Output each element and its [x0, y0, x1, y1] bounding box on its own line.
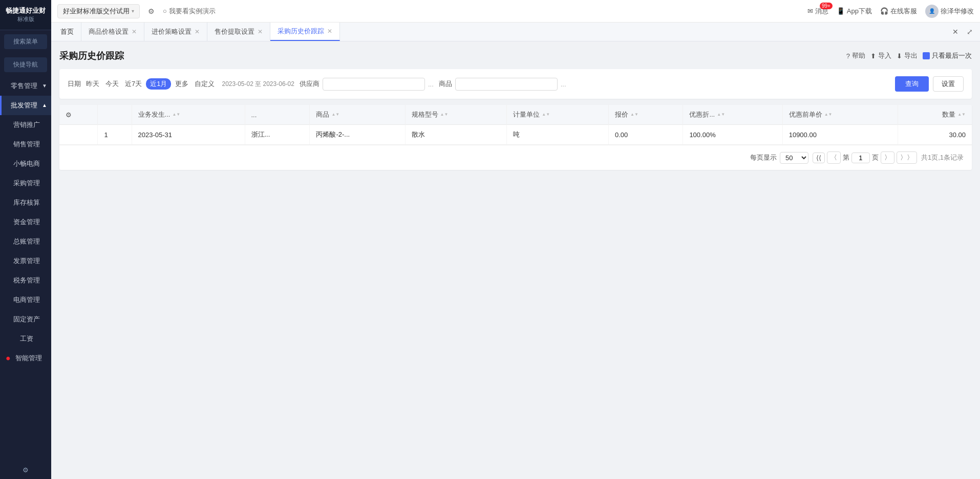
- table-body: 1 2023-05-31 浙江... 丙烯酸-2-... 散水 吨 0.00 1…: [59, 125, 972, 145]
- query-button[interactable]: 查询: [895, 76, 929, 92]
- app-download-button[interactable]: 📱 App下载: [837, 7, 872, 16]
- sort-quote-icon: ▲▼: [630, 113, 638, 117]
- app-download-label: App下载: [847, 7, 872, 16]
- sort-price-before-icon: ▲▼: [824, 113, 833, 117]
- export-button[interactable]: ⬇ 导出: [897, 51, 918, 60]
- col-gear[interactable]: ⚙: [59, 105, 98, 125]
- topbar-gear-button[interactable]: ⚙: [144, 5, 159, 17]
- edition-label: 好业财标准版交付试用: [63, 7, 130, 16]
- demo-button[interactable]: ○ 我要看实例演示: [163, 7, 216, 16]
- tab-sale-price[interactable]: 售价提取设置 ✕: [207, 23, 270, 41]
- only-latest-checkbox[interactable]: [923, 52, 930, 59]
- col-spec[interactable]: 规格型号 ▲▼: [405, 105, 507, 125]
- tab-home-label: 首页: [60, 27, 74, 36]
- date-option-more[interactable]: 更多: [173, 78, 190, 90]
- tab-price[interactable]: 商品价格设置 ✕: [81, 23, 144, 41]
- col-more[interactable]: ...: [245, 105, 310, 125]
- supplier-more-button[interactable]: ...: [428, 80, 434, 88]
- tab-purchase-strategy-label: 进价策略设置: [152, 27, 191, 36]
- date-option-last1m[interactable]: 近1月: [146, 78, 171, 90]
- import-button[interactable]: ⬆ 导入: [870, 51, 891, 60]
- quick-nav-button[interactable]: 快捷导航: [4, 57, 47, 72]
- product-input[interactable]: [455, 78, 558, 91]
- message-badge: 99+: [820, 3, 833, 9]
- col-product[interactable]: 商品 ▲▼: [310, 105, 405, 125]
- user-info[interactable]: 👤 徐泽华修改: [925, 5, 974, 18]
- sidebar-item-ecom[interactable]: 电商管理: [0, 290, 51, 310]
- sidebar-item-invoice[interactable]: 发票管理: [0, 251, 51, 271]
- col-discount[interactable]: 优惠折... ▲▼: [683, 105, 782, 125]
- edition-selector[interactable]: 好业财标准版交付试用 ▾: [57, 4, 140, 18]
- cell-biz-date: 2023-05-31: [132, 125, 245, 145]
- search-menu-button[interactable]: 搜索菜单: [4, 34, 47, 49]
- date-range-text: 2023-05-02 至 2023-06-02: [222, 80, 294, 89]
- date-option-yesterday[interactable]: 昨天: [84, 78, 101, 90]
- help-button[interactable]: ? 帮助: [846, 51, 865, 60]
- sidebar-item-fixed-assets[interactable]: 固定资产: [0, 310, 51, 329]
- tab-price-close[interactable]: ✕: [132, 29, 137, 35]
- sidebar-item-ecom-small[interactable]: 小畅电商: [0, 154, 51, 173]
- filter-settings-button[interactable]: 设置: [933, 76, 964, 92]
- date-option-today[interactable]: 今天: [103, 78, 121, 90]
- online-service-button[interactable]: 🎧 在线客服: [880, 7, 917, 16]
- table-row: 1 2023-05-31 浙江... 丙烯酸-2-... 散水 吨 0.00 1…: [59, 125, 972, 145]
- tab-home[interactable]: 首页: [53, 23, 81, 41]
- sidebar-item-wholesale[interactable]: 批发管理 ▲: [0, 96, 51, 115]
- main-area: 好业财标准版交付试用 ▾ ⚙ ○ 我要看实例演示 ✉ 消息 99+ 📱 App下…: [51, 0, 980, 479]
- col-quantity[interactable]: 数量 ▲▼: [898, 105, 972, 125]
- col-price-before-label: 优惠前单价: [789, 110, 822, 119]
- last-page-button[interactable]: 〉〉: [897, 151, 917, 164]
- sidebar-item-purchase[interactable]: 采购管理: [0, 173, 51, 193]
- first-page-button[interactable]: ⟨⟨: [813, 153, 825, 163]
- per-page-select[interactable]: 50 20 100: [780, 152, 808, 164]
- next-page-button[interactable]: 〉: [881, 151, 894, 164]
- col-price-before[interactable]: 优惠前单价 ▲▼: [782, 105, 898, 125]
- product-more-button[interactable]: ...: [561, 80, 566, 88]
- sidebar-item-salary[interactable]: 工资: [0, 329, 51, 349]
- tab-history-price-label: 采购历史价跟踪: [278, 27, 324, 36]
- sidebar-item-inventory[interactable]: 库存核算: [0, 193, 51, 212]
- col-discount-label: 优惠折...: [689, 110, 715, 119]
- per-page-section: 每页显示 50 20 100: [750, 152, 808, 164]
- cell-product: 丙烯酸-2-...: [310, 125, 405, 145]
- sidebar-item-marketing[interactable]: 营销推广: [0, 115, 51, 135]
- date-option-last7[interactable]: 近7天: [123, 78, 144, 90]
- col-product-label: 商品: [316, 110, 329, 119]
- prev-page-button[interactable]: 〈: [827, 151, 841, 164]
- message-button[interactable]: ✉ 消息 99+: [807, 7, 828, 16]
- sidebar-item-label-tax: 税务管理: [6, 276, 47, 285]
- logo-sub: 标准版: [4, 15, 47, 23]
- sidebar-item-label-inventory: 库存核算: [6, 198, 47, 207]
- tab-close-all-button[interactable]: ✕: [949, 27, 962, 37]
- sidebar-logo: 畅捷通好业财 标准版: [0, 0, 51, 30]
- sidebar-item-ledger[interactable]: 总账管理: [0, 232, 51, 251]
- tab-sale-price-close[interactable]: ✕: [258, 29, 263, 35]
- sidebar-item-finance[interactable]: 资金管理: [0, 212, 51, 232]
- tab-history-price-close[interactable]: ✕: [327, 28, 332, 34]
- tab-history-price[interactable]: 采购历史价跟踪 ✕: [270, 23, 340, 41]
- sidebar-gear-button[interactable]: ⚙: [0, 461, 51, 479]
- col-unit[interactable]: 计量单位 ▲▼: [507, 105, 609, 125]
- only-latest-checkbox-label[interactable]: 只看最后一次: [923, 51, 972, 60]
- supplier-input[interactable]: [323, 78, 425, 91]
- page-number-input[interactable]: [851, 153, 870, 163]
- col-biz-date-label: 业务发生...: [138, 110, 171, 119]
- col-quote[interactable]: 报价 ▲▼: [609, 105, 683, 125]
- tab-purchase-strategy[interactable]: 进价策略设置 ✕: [144, 23, 207, 41]
- sidebar-item-tax[interactable]: 税务管理: [0, 271, 51, 290]
- tab-purchase-strategy-close[interactable]: ✕: [195, 29, 200, 35]
- sidebar-item-sales[interactable]: 销售管理: [0, 135, 51, 154]
- date-option-custom[interactable]: 自定义: [193, 78, 217, 90]
- app-download-icon: 📱: [837, 7, 845, 15]
- col-biz-date[interactable]: 业务发生... ▲▼: [132, 105, 245, 125]
- sidebar-search-section: 搜索菜单: [0, 30, 51, 53]
- sort-biz-date-icon: ▲▼: [172, 113, 180, 117]
- sidebar-item-retail[interactable]: 零售管理 ▼: [0, 76, 51, 96]
- demo-label: 我要看实例演示: [169, 7, 216, 16]
- sidebar-item-smart[interactable]: ● 智能管理: [0, 349, 51, 368]
- sidebar-item-label-ecom-small: 小畅电商: [6, 159, 47, 168]
- sidebar: 畅捷通好业财 标准版 搜索菜单 快捷导航 零售管理 ▼ 批发管理 ▲ 营销推广 …: [0, 0, 51, 479]
- supplier-filter-group: 供应商 ...: [300, 78, 434, 91]
- tab-expand-button[interactable]: ⤢: [964, 27, 976, 37]
- message-icon: ✉: [807, 7, 813, 15]
